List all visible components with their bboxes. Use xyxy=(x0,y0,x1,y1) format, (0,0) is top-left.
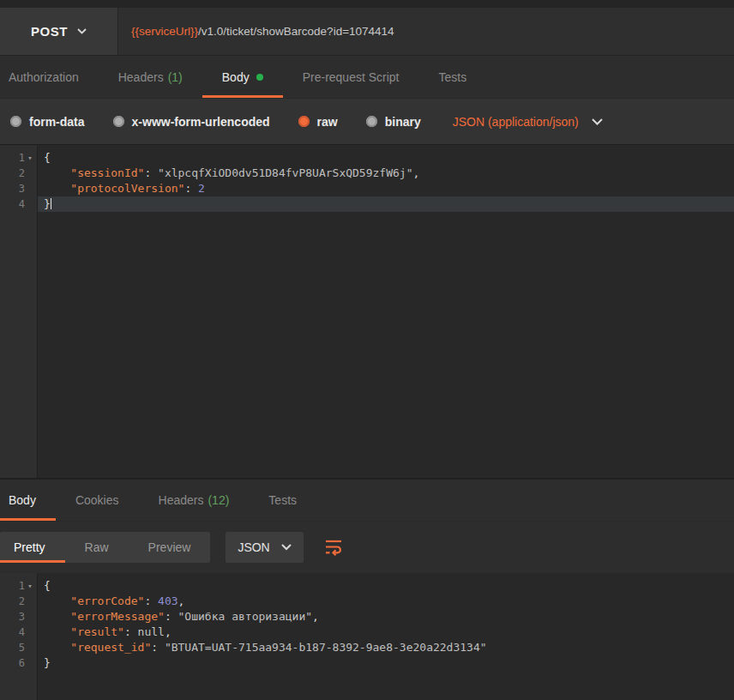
content-type-dropdown[interactable]: JSON (application/json) xyxy=(453,115,603,129)
line-number: 2 xyxy=(0,594,37,609)
window-top-strip xyxy=(0,0,734,8)
request-tab-pre-request-script[interactable]: Pre-request Script xyxy=(283,56,419,98)
content-type-label: JSON (application/json) xyxy=(453,115,579,129)
body-mode-label: binary xyxy=(385,115,421,129)
request-tab-count: (1) xyxy=(168,70,183,84)
request-tab-label: Body xyxy=(222,70,250,84)
line-number: 1▾ xyxy=(0,150,37,166)
body-mode-options: form-datax-www-form-urlencodedrawbinary xyxy=(10,115,449,129)
code-line: "errorMessage": "Ошибка авторизации", xyxy=(38,609,734,625)
code-line: } xyxy=(38,196,734,212)
response-tab-label: Body xyxy=(9,493,36,507)
response-view-modes: PrettyRawPreview xyxy=(0,532,210,563)
radio-icon xyxy=(113,116,124,127)
code-line: "result": null, xyxy=(38,625,734,640)
url-variable: {{serviceUrl}} xyxy=(131,25,198,38)
radio-icon xyxy=(10,116,21,127)
response-tab-headers[interactable]: Headers(12) xyxy=(139,480,250,521)
request-editor-gutter: 1▾234 xyxy=(0,145,38,478)
code-line: "protocolVersion": 2 xyxy=(38,181,734,196)
request-url-bar: POST {{serviceUrl}}/v1.0/ticket/showBarc… xyxy=(0,8,734,56)
response-tab-body[interactable]: Body xyxy=(0,480,56,521)
code-line: { xyxy=(38,150,734,166)
body-mode-label: raw xyxy=(317,115,338,129)
line-number: 3 xyxy=(0,609,37,625)
response-toolbar: PrettyRawPreview JSON xyxy=(0,522,734,573)
request-body-editor[interactable]: 1▾234 { "sessionId": "xlpcqfXiOD0dv51D84… xyxy=(0,145,734,478)
text-cursor xyxy=(51,198,51,209)
request-tab-tests[interactable]: Tests xyxy=(419,56,487,98)
chevron-down-icon xyxy=(77,28,87,34)
view-mode-preview[interactable]: Preview xyxy=(129,532,211,563)
line-number: 1▾ xyxy=(0,578,37,594)
code-line: "request_id": "BTUAT=UAT-715aa934-b187-8… xyxy=(38,640,734,655)
wrap-text-button[interactable] xyxy=(318,532,349,563)
line-number: 5 xyxy=(0,640,37,655)
url-path: /v1.0/ticket/showBarcode?id=1074414 xyxy=(198,25,394,38)
line-number: 2 xyxy=(0,166,37,181)
view-mode-raw[interactable]: Raw xyxy=(65,532,129,563)
response-tab-label: Headers xyxy=(159,493,204,507)
fold-caret-icon[interactable]: ▾ xyxy=(25,578,35,594)
radio-icon xyxy=(298,116,310,127)
body-mode-row: form-datax-www-form-urlencodedrawbinary … xyxy=(0,99,734,145)
body-mode-raw[interactable]: raw xyxy=(298,115,338,129)
wrap-text-icon xyxy=(323,538,344,557)
view-mode-pretty[interactable]: Pretty xyxy=(0,532,65,563)
response-body-editor[interactable]: 1▾23456 { "errorCode": 403, "errorMessag… xyxy=(0,573,734,700)
chevron-down-icon xyxy=(281,544,292,551)
postman-window: POST {{serviceUrl}}/v1.0/ticket/showBarc… xyxy=(0,0,734,700)
code-line: { xyxy=(38,578,734,594)
url-input[interactable]: {{serviceUrl}}/v1.0/ticket/showBarcode?i… xyxy=(118,8,734,55)
response-format-label: JSON xyxy=(238,540,269,554)
request-tab-label: Authorization xyxy=(9,70,79,84)
response-tab-tests[interactable]: Tests xyxy=(249,480,316,521)
request-tab-label: Pre-request Script xyxy=(303,70,400,84)
response-tab-cookies[interactable]: Cookies xyxy=(56,480,139,521)
body-mode-form-data[interactable]: form-data xyxy=(10,115,85,129)
response-tab-label: Tests xyxy=(268,493,297,507)
request-editor-code: { "sessionId": "xlpcqfXiOD0dv51D84fvP8UA… xyxy=(38,145,734,478)
request-tab-label: Tests xyxy=(439,70,467,84)
body-mode-x-www-form-urlencoded[interactable]: x-www-form-urlencoded xyxy=(113,115,270,129)
code-line: "errorCode": 403, xyxy=(38,594,734,609)
request-tab-authorization[interactable]: Authorization xyxy=(0,56,99,98)
line-number: 4 xyxy=(0,196,37,212)
response-format-dropdown[interactable]: JSON xyxy=(226,532,303,563)
line-number: 4 xyxy=(0,625,37,640)
request-tab-headers[interactable]: Headers(1) xyxy=(99,56,202,98)
response-editor-code: { "errorCode": 403, "errorMessage": "Оши… xyxy=(38,573,734,700)
response-tab-label: Cookies xyxy=(75,493,119,507)
radio-icon xyxy=(366,116,377,127)
code-line: "sessionId": "xlpcqfXiOD0dv51D84fvP8UArS… xyxy=(38,166,734,181)
chevron-down-icon xyxy=(592,118,603,125)
fold-caret-icon[interactable]: ▾ xyxy=(25,150,35,166)
code-line: } xyxy=(38,655,734,671)
body-content-dot-icon xyxy=(256,74,263,81)
method-label: POST xyxy=(31,24,68,39)
line-number: 6 xyxy=(0,655,37,671)
response-tabs: BodyCookiesHeaders(12)Tests xyxy=(0,480,734,522)
request-tab-body[interactable]: Body xyxy=(202,56,283,98)
request-tab-label: Headers xyxy=(118,70,164,84)
request-tabs: AuthorizationHeaders(1)BodyPre-request S… xyxy=(0,56,734,99)
response-tab-count: (12) xyxy=(208,493,229,507)
method-dropdown[interactable]: POST xyxy=(0,8,118,55)
body-mode-label: form-data xyxy=(29,115,85,129)
response-editor-gutter: 1▾23456 xyxy=(0,573,38,700)
body-mode-label: x-www-form-urlencoded xyxy=(132,115,270,129)
line-number: 3 xyxy=(0,181,37,196)
body-mode-binary[interactable]: binary xyxy=(366,115,421,129)
